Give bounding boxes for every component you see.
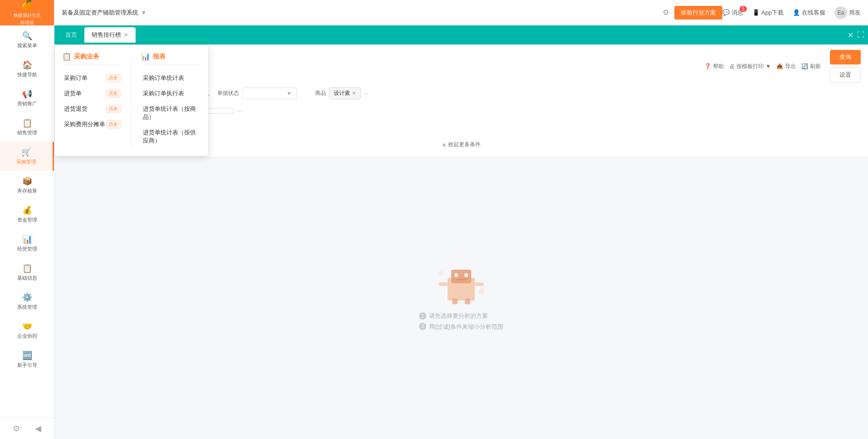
sidebar-item-enterprise[interactable]: 🤝 企业协同 [0, 316, 54, 345]
sidebar-item-label: 基础信息 [17, 275, 37, 281]
product-tag-remove[interactable]: ✕ [352, 90, 356, 96]
phone-icon: 📱 [752, 9, 760, 16]
sidebar-item-label: 营销推广 [17, 100, 37, 107]
refresh-icon: 🔄 [801, 63, 808, 69]
export-button[interactable]: 📤 导出 [776, 50, 796, 83]
sidebar-item-quicknav[interactable]: 🏠 快捷导航 [0, 54, 54, 84]
empty-tips: 1 请先选择要分析的方案 2 用[过滤]条件来缩小分析范围 [419, 311, 503, 332]
avatar: Ea [834, 6, 847, 19]
report-icon: 📊 [141, 52, 150, 61]
message-icon: 💬 [722, 9, 730, 16]
sidebar-item-guide[interactable]: 🆕 新手引导 [0, 345, 54, 374]
sidebar-item-purchase[interactable]: 🛒 采购管理 [0, 142, 54, 171]
header-gear-icon[interactable]: ⚙ [663, 8, 669, 17]
cart-icon: 🛒 [21, 147, 31, 157]
svg-rect-1 [451, 270, 471, 283]
list-icon: 📋 [22, 263, 32, 273]
document-status-label: 单据状态 [217, 89, 239, 97]
sidebar-item-label: 搜索菜单 [17, 42, 37, 49]
sidebar-item-marketing[interactable]: 📢 营销推广 [0, 84, 54, 113]
user-action[interactable]: Ea 用友 [834, 6, 861, 19]
receipt-label: 进货单 [64, 89, 82, 98]
tab-minimize-icon[interactable]: ✕ [848, 31, 853, 39]
sidebar-item-label: 采购管理 [16, 158, 36, 165]
tip-item-2: 2 用[过滤]条件来缩小分析范围 [419, 321, 503, 332]
system-name-text: 装备及固定资产辅助管理系统 [62, 9, 138, 17]
sidebar-item-basic[interactable]: 📋 基础信息 [0, 258, 54, 287]
collapse-label: 收起更多条件 [448, 141, 481, 148]
history-tag-receipt: 历史 [106, 89, 121, 98]
tab-bar: 首页 销售排行榜 ✕ ✕ ⛶ [54, 25, 868, 44]
help-button[interactable]: ❓ 帮助 [704, 50, 724, 83]
report-header: 📊 报表 [141, 52, 201, 65]
purchase-order-label: 采购订单 [64, 74, 88, 82]
dropdown-item-return[interactable]: 进货退货 历史 [62, 101, 122, 117]
report-title: 报表 [153, 53, 166, 61]
online-service-label: 在线客服 [802, 9, 825, 17]
product-more-dots[interactable]: ··· [364, 90, 368, 97]
home-icon: 🏠 [22, 60, 32, 70]
order-exec-label: 采购订单执行表 [143, 89, 184, 98]
dropdown-item-receipt-by-supplier[interactable]: 进货单统计表（按供应商） [141, 125, 201, 148]
tab-sales-rank[interactable]: 销售排行榜 ✕ [84, 27, 136, 43]
sidebar-item-label: 快捷导航 [17, 71, 37, 78]
tab-home[interactable]: 首页 [58, 27, 84, 43]
chevron-down-icon: ▼ [287, 90, 292, 97]
sidebar-item-label: 库存核算 [17, 187, 37, 194]
logo-icon: 🍊 [21, 0, 33, 11]
print-icon: 🖨 [729, 63, 735, 69]
sidebar-item-inventory[interactable]: 📦 库存核算 [0, 171, 54, 200]
history-tag-expense: 历史 [106, 120, 121, 128]
online-service-action[interactable]: 👤 在线客服 [793, 9, 825, 17]
tip-item-1: 1 请先选择要分析的方案 [419, 311, 503, 321]
document-status-select[interactable]: ▼ [243, 88, 297, 99]
user-label: 用友 [849, 9, 861, 17]
dropdown-divider [132, 52, 132, 148]
dropdown-item-receipt[interactable]: 进货单 历史 [62, 86, 122, 101]
chevron-down-icon[interactable]: ▼ [141, 10, 146, 16]
svg-rect-3 [464, 273, 468, 277]
tab-bar-right: ✕ ⛶ [848, 31, 864, 39]
dropdown-item-purchase-order[interactable]: 采购订单 历史 [62, 70, 122, 86]
svg-rect-6 [475, 282, 484, 286]
settings-bottom-icon[interactable]: ⚙ [13, 424, 20, 434]
salesperson-more-dots[interactable]: ··· [238, 108, 242, 114]
tab-sales-rank-label: 销售排行榜 [92, 31, 121, 39]
sidebar-item-sales[interactable]: 📋 销售管理 [0, 113, 54, 142]
sidebar-item-operation[interactable]: 📊 经营管理 [0, 229, 54, 258]
purchase-business-title: 采购业务 [74, 53, 99, 61]
tip-number-2: 2 [419, 323, 426, 330]
empty-state: 1 请先选择要分析的方案 2 用[过滤]条件来缩小分析范围 [54, 157, 868, 439]
tip-number-1: 1 [419, 312, 426, 320]
query-button[interactable]: 查询 [830, 50, 861, 64]
notification-badge: 5 [740, 6, 747, 12]
history-tag-return: 历史 [106, 105, 121, 113]
tab-home-label: 首页 [65, 31, 77, 39]
product-tag-text: 设计素 [334, 89, 350, 97]
return-label: 进货退货 [64, 105, 88, 113]
tab-close-icon[interactable]: ✕ [124, 32, 128, 38]
collapse-sidebar-icon[interactable]: ◀ [35, 424, 41, 434]
dropdown-item-order-exec[interactable]: 采购订单执行表 [141, 86, 201, 101]
dropdown-item-expense[interactable]: 采购费用分摊单 历史 [62, 117, 122, 132]
sidebar-item-finance[interactable]: 💰 资金管理 [0, 200, 54, 229]
product-label: 商品 [315, 89, 326, 97]
sidebar-item-search[interactable]: 🔍 搜索菜单 [0, 25, 54, 54]
tab-maximize-icon[interactable]: ⛶ [857, 31, 864, 39]
tip-text-1: 请先选择要分析的方案 [429, 311, 488, 321]
dropdown-item-order-stats[interactable]: 采购订单统计表 [141, 70, 201, 86]
solution-button[interactable]: 体验行业方案 [674, 6, 722, 20]
template-print-button[interactable]: 🖨 按模板打印 ▼ [729, 50, 771, 83]
dropdown-item-receipt-by-product[interactable]: 进货单统计表（按商品） [141, 101, 201, 125]
app-download-label: App下载 [761, 9, 784, 17]
set-button[interactable]: 设置 [830, 67, 861, 83]
refresh-button[interactable]: 🔄 刷新 [801, 50, 821, 83]
main-container: 装备及固定资产辅助管理系统 ▼ ⚙ 体验行业方案 💬 消息 5 📱 App下载 … [54, 0, 868, 439]
sidebar: 🍊 畅捷通好生意 标准版 🔍 搜索菜单 🏠 快捷导航 📢 营销推广 📋 销售管理… [0, 0, 54, 439]
logo-brand: 畅捷通好生意 [14, 12, 41, 19]
sidebar-item-system[interactable]: ⚙️ 系统管理 [0, 287, 54, 316]
service-icon: 👤 [793, 9, 800, 16]
app-download-action[interactable]: 📱 App下载 [752, 9, 784, 17]
message-action[interactable]: 💬 消息 5 [722, 9, 743, 17]
svg-point-10 [478, 288, 485, 295]
